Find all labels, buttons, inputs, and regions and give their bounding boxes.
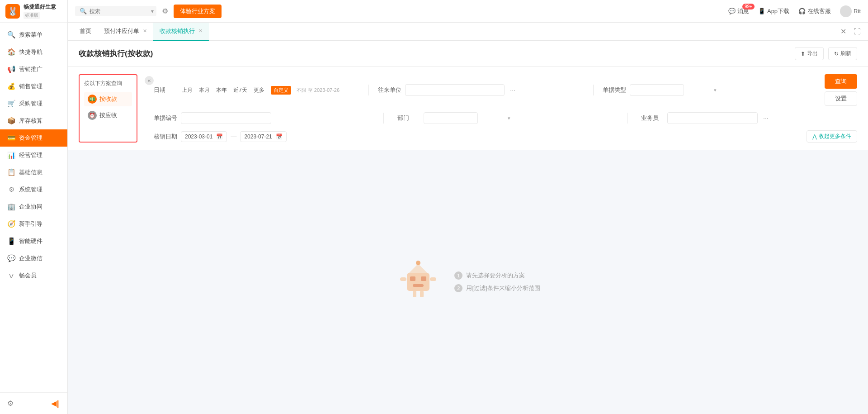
export-button[interactable]: ⬆ 导出 [795,47,824,60]
filter-options-panel: 按以下方案查询 💵 按收款 ⏰ 按应收 [79,74,137,143]
guide-icon: 🧭 [7,220,15,228]
calendar-icon-start: 📅 [216,133,223,140]
sidebar-item-finance[interactable]: 💳 资金管理 [0,129,67,147]
refresh-button[interactable]: ↻ 刷新 [828,47,857,60]
department-select-wrap [424,112,514,124]
search-menu-label: 搜索菜单 [19,31,42,39]
writeoff-date-field: 核销日期 2023-03-01 📅 — 2023-07-21 📅 [154,131,797,142]
doc-number-input[interactable] [181,112,271,124]
custom-date-tag[interactable]: 自定义 [271,86,291,95]
sidebar-item-member[interactable]: V 畅会员 [0,267,67,284]
doc-type-select[interactable] [630,84,684,96]
receipt-writeoff-close-icon[interactable]: ✕ [198,28,203,34]
solution-button[interactable]: 体验行业方案 [174,5,222,18]
system-label: 系统管理 [19,186,42,194]
date-limit-text: 不限 至 2023-07-26 [297,87,340,94]
sidebar-item-guide[interactable]: 🧭 新手引导 [0,215,67,233]
by-receipt-icon: 💵 [88,95,97,104]
filter-row-3: 核销日期 2023-03-01 📅 — 2023-07-21 📅 ⋀ [154,130,857,143]
query-button[interactable]: 查询 [825,74,857,89]
this-year-btn[interactable]: 本年 [214,86,229,95]
tab-expand-icon[interactable]: ⛶ [852,27,863,37]
wechat-icon: 💬 [7,254,15,262]
this-month-btn[interactable]: 本月 [197,86,212,95]
topbar-search-wrap[interactable]: 🔍 ▾ [75,6,156,16]
logo-area: 🐰 畅捷通好生意 标准版 [0,0,67,23]
receipt-writeoff-label: 收款核销执行 [160,27,195,35]
filter-by-receivable[interactable]: ⏰ 按应收 [84,108,132,123]
tip-num-2: 2 [454,284,462,292]
sidebar-item-marketing[interactable]: 📢 营销推广 [0,61,67,78]
filter-row-1: 日期 上月 本月 本年 近7天 更多 自定义 不限 至 2023-07-26 [154,74,857,106]
filter-sidebar-collapse[interactable]: « [145,76,154,85]
sidebar-item-operations[interactable]: 📊 经营管理 [0,147,67,164]
collapse-icon[interactable]: ◀‖ [51,399,60,408]
doc-number-field: 单据编号 [154,112,370,124]
filter-row-2: 单据编号 部门 业务员 [154,112,857,124]
sidebar-item-purchase[interactable]: 🛒 采购管理 [0,95,67,112]
partner-field: 往来单位 ··· [378,84,584,96]
sidebar-item-smart-hw[interactable]: 📱 智能硬件 [0,233,67,250]
export-label: 导出 [807,50,818,57]
tip-num-1: 1 [454,271,462,280]
by-receivable-icon: ⏰ [88,111,97,120]
filter-by-receipt[interactable]: 💵 按收款 [84,92,132,106]
sidebar-item-basic-info[interactable]: 📋 基础信息 [0,164,67,181]
partner-input[interactable] [405,84,505,96]
tab-close-all-icon[interactable]: ✕ [839,26,848,37]
svg-rect-1 [410,276,415,281]
prepay-close-icon[interactable]: ✕ [143,28,147,34]
user-menu[interactable]: Rit [840,5,861,17]
service-icon: 🎧 [798,8,806,14]
collapse-more-label: 收起更多条件 [819,133,851,140]
date-field: 日期 上月 本月 本年 近7天 更多 自定义 不限 至 2023-07-26 [154,86,359,95]
partner-dots-icon[interactable]: ··· [508,86,517,94]
tab-prepay[interactable]: 预付冲应付单 ✕ [98,23,153,41]
operations-icon: 📊 [7,151,15,159]
svg-point-9 [416,261,420,265]
tabbar-actions: ✕ ⛶ [839,26,863,37]
filter-action-buttons: 查询 设置 [825,74,857,106]
sidebar-item-quick-nav[interactable]: 🏠 快捷导航 [0,43,67,61]
collapse-more-button[interactable]: ⋀ 收起更多条件 [807,130,857,143]
purchase-label: 采购管理 [19,100,42,108]
sidebar-item-system[interactable]: ⚙ 系统管理 [0,181,67,198]
staff-dots-icon[interactable]: ··· [761,114,770,122]
department-select[interactable] [424,112,478,124]
collapse-chevron-icon: ⋀ [812,133,817,140]
last-7days-btn[interactable]: 近7天 [231,86,249,95]
staff-input[interactable] [667,112,758,124]
more-dates-btn[interactable]: 更多 [252,86,266,95]
service-button[interactable]: 🎧 在线客服 [798,7,831,15]
empty-illustration [396,259,441,305]
writeoff-date-start: 2023-03-01 [185,133,212,140]
sidebar-item-wechat[interactable]: 💬 企业微信 [0,250,67,267]
empty-tip-1: 1 请先选择要分析的方案 [454,271,540,280]
tab-receipt-writeoff[interactable]: 收款核销执行 ✕ [153,23,209,41]
tab-home[interactable]: 首页 [73,23,98,41]
wechat-label: 企业微信 [19,254,42,262]
marketing-icon: 📢 [7,65,15,73]
settings-button[interactable]: 设置 [825,91,857,106]
topbar-gear-icon[interactable]: ⚙ [162,7,168,15]
refresh-icon: ↻ [834,51,839,57]
sidebar-item-inventory[interactable]: 📦 库存核算 [0,112,67,129]
calendar-icon-end: 📅 [276,133,283,140]
partner-label: 往来单位 [378,86,401,94]
gear-icon[interactable]: ⚙ [7,399,14,408]
search-input[interactable] [90,8,148,14]
finance-label: 资金管理 [19,134,42,142]
chevron-down-icon: ▾ [151,8,154,14]
writeoff-date-end-input[interactable]: 2023-07-21 📅 [240,131,286,142]
svg-rect-0 [407,273,429,291]
writeoff-date-label: 核销日期 [154,133,177,141]
message-button[interactable]: 💬 消息 99+ [728,7,749,15]
sidebar-item-enterprise[interactable]: 🏢 企业协同 [0,198,67,215]
sidebar-item-search-menu[interactable]: 🔍 搜索菜单 [0,26,67,43]
guide-label: 新手引导 [19,220,42,228]
sidebar-item-sales[interactable]: 💰 销售管理 [0,78,67,95]
quick-nav-icon: 🏠 [7,48,15,56]
writeoff-date-start-input[interactable]: 2023-03-01 📅 [181,131,227,142]
app-download-button[interactable]: 📱 App下载 [758,7,789,15]
last-month-btn[interactable]: 上月 [180,86,194,95]
